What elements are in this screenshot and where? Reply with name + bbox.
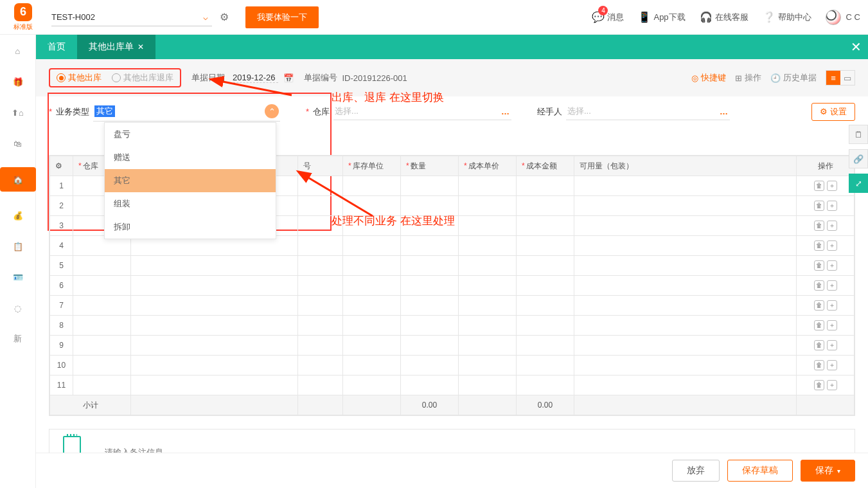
radio-outbound[interactable]: 其他出库 — [57, 72, 102, 84]
add-icon[interactable]: ＋ — [827, 380, 837, 390]
table-row[interactable]: 7🗑＋ — [50, 296, 855, 316]
doc-date-field[interactable]: 单据日期 2019-12-26 📅 — [191, 72, 294, 84]
card-view-icon[interactable]: ▭ — [840, 71, 855, 85]
business-type-value: 其它 — [94, 105, 115, 117]
hotkey-link[interactable]: ◎快捷键 — [691, 72, 726, 84]
add-icon[interactable]: ＋ — [827, 360, 837, 370]
help-center-link[interactable]: ❔ 帮助中心 — [763, 11, 811, 23]
gear-icon: ⚙ — [820, 107, 828, 116]
handler-field[interactable]: 经手人 选择... … — [537, 103, 730, 120]
add-icon[interactable]: ＋ — [827, 181, 837, 191]
add-icon[interactable]: ＋ — [827, 240, 837, 251]
delete-icon[interactable]: 🗑 — [814, 221, 824, 231]
app-download-link[interactable]: 📱 App下载 — [638, 11, 685, 23]
view-toggle[interactable]: ≡ ▭ — [826, 70, 855, 86]
ellipsis-icon[interactable]: … — [501, 107, 510, 116]
nav-money-icon[interactable]: 💰 — [11, 208, 25, 222]
save-label: 保存 — [815, 465, 833, 476]
row-ops: 🗑＋ — [797, 375, 855, 395]
settings-button[interactable]: ⚙ 设置 — [811, 103, 855, 121]
table-row[interactable]: 6🗑＋ — [50, 276, 855, 296]
form-row: * 业务类型 其它 ⌃ 盘亏 赠送 其它 组装 拆卸 * 仓库 — [36, 96, 868, 122]
add-icon[interactable]: ＋ — [827, 280, 837, 291]
doc-date-value: 2019-12-26 — [230, 73, 278, 83]
add-icon[interactable]: ＋ — [827, 260, 837, 271]
save-draft-button[interactable]: 保存草稿 — [727, 460, 793, 482]
tab-other-outbound[interactable]: 其他出库单 ✕ — [77, 35, 155, 59]
add-icon[interactable]: ＋ — [827, 320, 837, 330]
delete-icon[interactable]: 🗑 — [814, 260, 824, 271]
handler-input[interactable]: 选择... … — [566, 103, 730, 120]
nav-new-icon[interactable]: 新 — [11, 332, 25, 346]
nav-bag-icon[interactable]: 🛍 — [11, 136, 25, 150]
save-button[interactable]: 保存▾ — [801, 460, 855, 482]
trial-button[interactable]: 我要体验一下 — [245, 6, 319, 28]
handler-label: 经手人 — [537, 106, 562, 118]
history-link[interactable]: 🕘历史单据 — [770, 72, 817, 84]
gear-icon[interactable]: ⚙ — [220, 11, 229, 23]
delete-icon[interactable]: 🗑 — [814, 380, 824, 390]
dropdown-option-selected[interactable]: 其它 — [105, 169, 276, 192]
add-icon[interactable]: ＋ — [827, 340, 837, 350]
nav-warehouse-icon[interactable]: 🏠 — [0, 167, 36, 192]
expand-icon[interactable]: ⤢ — [849, 174, 868, 193]
row-ops: 🗑＋ — [797, 336, 855, 356]
delete-icon[interactable]: 🗑 — [814, 181, 824, 191]
radio-return[interactable]: 其他出库退库 — [112, 72, 173, 84]
table-row[interactable]: 9🗑＋ — [50, 336, 855, 356]
business-type-field[interactable]: * 业务类型 其它 ⌃ 盘亏 赠送 其它 组装 拆卸 — [49, 102, 280, 122]
delete-icon[interactable]: 🗑 — [814, 320, 824, 330]
handler-placeholder: 选择... — [567, 105, 591, 117]
table-row[interactable]: 11🗑＋ — [50, 375, 855, 395]
dropdown-option[interactable]: 赠送 — [105, 146, 276, 169]
tab-home[interactable]: 首页 — [36, 35, 77, 59]
org-selector[interactable]: TEST-H002 ⌵ — [51, 8, 212, 26]
row-index: 11 — [50, 375, 73, 395]
org-value: TEST-H002 — [51, 12, 95, 22]
list-view-icon[interactable]: ≡ — [826, 71, 840, 85]
th-code: 号 — [298, 156, 343, 176]
add-icon[interactable]: ＋ — [827, 300, 837, 311]
link-icon[interactable]: 🔗 — [849, 149, 868, 168]
dropdown-option[interactable]: 组装 — [105, 192, 276, 215]
radio-dot-icon — [112, 73, 121, 82]
nav-gift-icon[interactable]: 🎁 — [11, 75, 25, 89]
nav-house-up-icon[interactable]: ⬆⌂ — [11, 105, 25, 120]
dropdown-option[interactable]: 盘亏 — [105, 123, 276, 146]
delete-icon[interactable]: 🗑 — [814, 240, 824, 251]
chevron-up-icon[interactable]: ⌃ — [265, 104, 279, 118]
tab-active-label: 其他出库单 — [89, 41, 134, 53]
close-tab-icon[interactable]: ✕ — [137, 42, 144, 51]
nav-id-icon[interactable]: 🪪 — [11, 270, 25, 284]
delete-icon[interactable]: 🗑 — [814, 280, 824, 291]
add-icon[interactable]: ＋ — [827, 221, 837, 231]
delete-icon[interactable]: 🗑 — [814, 340, 824, 350]
table-row[interactable]: 10🗑＋ — [50, 356, 855, 375]
ellipsis-icon[interactable]: … — [720, 107, 729, 116]
delete-icon[interactable]: 🗑 — [814, 300, 824, 311]
calendar-icon[interactable]: 📅 — [283, 73, 294, 83]
warehouse-field[interactable]: * 仓库 选择... … — [306, 103, 511, 120]
nav-refresh-icon[interactable]: ◌ — [11, 301, 25, 315]
nav-clipboard-icon[interactable]: 📋 — [11, 239, 25, 253]
table-row[interactable]: 5🗑＋ — [50, 256, 855, 276]
actions-link[interactable]: ⊞操作 — [735, 72, 761, 84]
add-icon[interactable]: ＋ — [827, 201, 837, 211]
warehouse-input[interactable]: 选择... … — [333, 103, 511, 120]
close-all-icon[interactable]: ✕ — [844, 35, 868, 59]
business-type-input[interactable]: 其它 ⌃ — [93, 102, 280, 122]
table-row[interactable]: 8🗑＋ — [50, 316, 855, 336]
user-name: C C — [846, 12, 860, 22]
messages-link[interactable]: 💬 消息 4 — [592, 11, 624, 23]
discard-button[interactable]: 放弃 — [672, 460, 720, 482]
th-gear[interactable]: ⚙ — [50, 156, 73, 176]
note-icon[interactable]: 🗒 — [849, 125, 868, 144]
nav-home-icon[interactable]: ⌂ — [11, 44, 25, 58]
customer-service-link[interactable]: 🎧 在线客服 — [700, 11, 748, 23]
tab-home-label: 首页 — [48, 41, 66, 53]
delete-icon[interactable]: 🗑 — [814, 201, 824, 211]
user-menu[interactable]: C C — [826, 10, 860, 25]
delete-icon[interactable]: 🗑 — [814, 360, 824, 370]
mode-radio-group: 其他出库 其他出库退库 — [49, 68, 181, 87]
dropdown-option[interactable]: 拆卸 — [105, 215, 276, 239]
